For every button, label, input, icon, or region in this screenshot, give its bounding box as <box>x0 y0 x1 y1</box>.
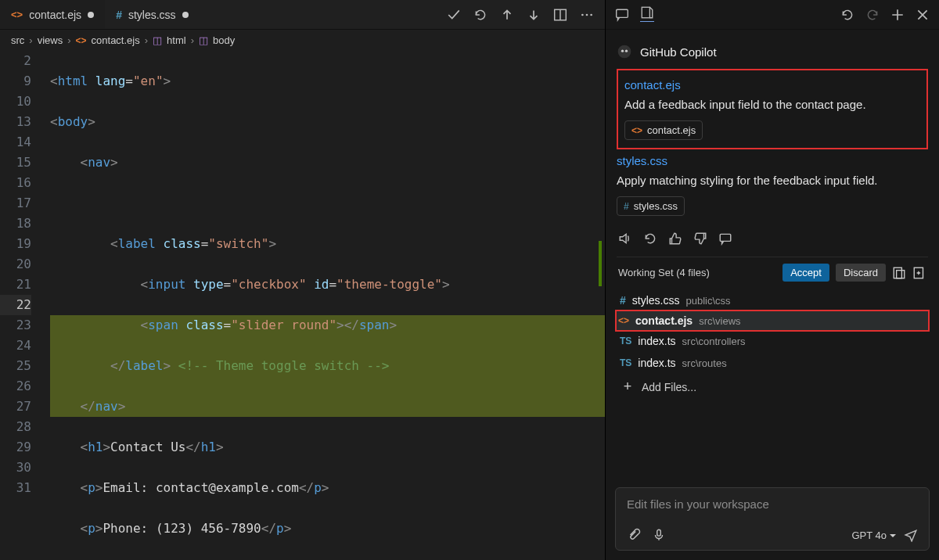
suggestion-block-styles: styles.css Apply matching styling for th… <box>617 154 928 216</box>
file-icon: <> <box>76 35 87 46</box>
copilot-panel: GitHub Copilot contact.ejs Add a feedbac… <box>605 0 939 560</box>
split-editor-icon[interactable] <box>553 8 567 22</box>
working-set-list: # styles.css public\css <> contact.ejs s… <box>617 288 928 409</box>
attach-icon[interactable] <box>627 528 641 542</box>
chat-input[interactable]: Edit files in your workspace GPT 4o <box>615 487 930 551</box>
tab-styles-css[interactable]: # styles.css <box>105 0 199 29</box>
file-link[interactable]: styles.css <box>617 154 928 167</box>
feedback-row <box>617 228 928 257</box>
svg-rect-10 <box>720 234 731 241</box>
ws-item-index-controllers[interactable]: TS index.ts src\controllers <box>617 330 928 352</box>
comment-icon[interactable] <box>718 232 732 246</box>
code-editor[interactable]: 2910131415161718192021222324252627282930… <box>0 51 605 560</box>
working-set-label: Working Set (4 files) <box>618 267 710 278</box>
add-files-button[interactable]: + Add Files... <box>617 374 928 400</box>
file-icon-css: # <box>116 9 122 21</box>
svg-rect-11 <box>894 267 901 278</box>
new-icon[interactable] <box>890 8 905 22</box>
ws-item-styles[interactable]: # styles.css public\css <box>617 289 928 311</box>
svg-point-7 <box>618 45 631 59</box>
file-chip[interactable]: <>contact.ejs <box>624 120 703 140</box>
arrow-up-icon[interactable] <box>500 8 514 22</box>
chat-icon[interactable] <box>615 8 629 22</box>
breadcrumb-item[interactable]: src <box>11 34 24 46</box>
svg-point-2 <box>581 13 584 16</box>
undo-icon[interactable] <box>840 8 854 22</box>
minimap-marker <box>599 241 602 286</box>
suggestion-text: Add a feedback input field to the contac… <box>624 96 920 113</box>
svg-point-8 <box>621 50 624 52</box>
svg-rect-5 <box>617 9 628 17</box>
plus-icon: + <box>620 379 635 395</box>
element-icon: ◫ <box>199 34 208 46</box>
line-gutter: 2910131415161718192021222324252627282930… <box>0 51 50 560</box>
thumbs-up-icon[interactable] <box>668 232 682 246</box>
undo-icon[interactable] <box>473 8 487 22</box>
dirty-indicator-icon <box>88 12 94 18</box>
svg-point-3 <box>586 13 588 16</box>
suggestion-text: Apply matching styling for the feedback … <box>617 172 928 188</box>
model-picker[interactable]: GPT 4o <box>851 529 896 541</box>
tab-contact-ejs[interactable]: <> contact.ejs <box>0 0 105 29</box>
file-chip[interactable]: #styles.css <box>617 196 685 216</box>
accept-icon[interactable] <box>447 8 461 22</box>
svg-rect-14 <box>657 529 661 536</box>
tab-label: contact.ejs <box>29 9 81 21</box>
tab-label: styles.css <box>128 9 176 21</box>
file-icon-ts: TS <box>620 336 631 346</box>
svg-point-9 <box>625 50 628 52</box>
breadcrumb[interactable]: src› views› <> contact.ejs› ◫ html› ◫ bo… <box>0 30 605 51</box>
accept-button[interactable]: Accept <box>782 264 829 282</box>
retry-icon[interactable] <box>643 232 657 246</box>
tab-bar: <> contact.ejs # styles.css <box>0 0 605 30</box>
discard-button[interactable]: Discard <box>836 264 886 282</box>
element-icon: ◫ <box>153 34 162 46</box>
send-icon[interactable] <box>904 528 918 542</box>
ws-item-contact[interactable]: <> contact.ejs src\views <box>615 310 930 332</box>
close-icon[interactable] <box>916 8 930 22</box>
ws-item-index-routes[interactable]: TS index.ts src\routes <box>617 352 928 374</box>
code-lines[interactable]: <html lang="en"> <body> <nav> <label cla… <box>50 51 605 560</box>
copilot-avatar-icon <box>617 44 632 59</box>
suggestion-block-contact: contact.ejs Add a feedback input field t… <box>617 69 928 149</box>
dirty-indicator-icon <box>182 12 189 18</box>
breadcrumb-item[interactable]: html <box>167 34 186 46</box>
layout-icon[interactable] <box>892 266 906 280</box>
more-icon[interactable] <box>580 8 594 22</box>
panel-toolbar <box>606 0 939 30</box>
file-icon-ejs: <> <box>618 315 629 326</box>
svg-rect-12 <box>897 270 905 278</box>
file-link[interactable]: contact.ejs <box>624 78 920 92</box>
copilot-edits-icon[interactable] <box>640 8 654 22</box>
arrow-down-icon[interactable] <box>527 8 541 22</box>
working-set-header: Working Set (4 files) Accept Discard <box>617 257 928 288</box>
editor-pane: <> contact.ejs # styles.css src› views› <box>0 0 605 560</box>
chat-placeholder: Edit files in your workspace <box>616 488 929 520</box>
breadcrumb-item[interactable]: views <box>38 34 63 46</box>
speaker-icon[interactable] <box>618 232 632 246</box>
breadcrumb-item[interactable]: contact.ejs <box>92 34 140 46</box>
file-icon-ts: TS <box>620 357 631 368</box>
redo-icon[interactable] <box>865 8 880 22</box>
svg-rect-6 <box>642 7 649 18</box>
file-icon-css: # <box>620 294 626 307</box>
panel-title: GitHub Copilot <box>640 45 717 59</box>
file-icon-ejs: <> <box>11 9 23 20</box>
svg-point-4 <box>590 13 592 16</box>
mic-icon[interactable] <box>652 528 666 542</box>
add-file-icon[interactable] <box>912 266 926 280</box>
breadcrumb-item[interactable]: body <box>213 34 235 46</box>
thumbs-down-icon[interactable] <box>693 232 707 246</box>
